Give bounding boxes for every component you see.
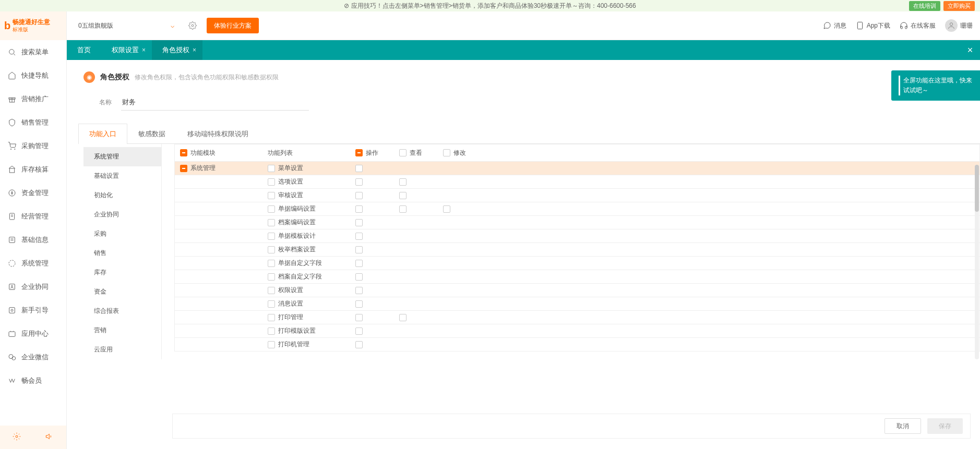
checkbox[interactable] xyxy=(268,341,275,348)
checkbox[interactable] xyxy=(399,192,407,199)
checkbox[interactable] xyxy=(268,205,275,213)
checkbox[interactable] xyxy=(399,205,407,213)
checkbox[interactable] xyxy=(268,314,275,321)
scrollbar-thumb[interactable] xyxy=(975,165,979,212)
footer-bar: 取消 保存 xyxy=(172,414,971,439)
tenant-select[interactable]: 0五组旗舰版 ⌵ xyxy=(74,18,178,33)
svg-rect-25 xyxy=(857,22,862,29)
checkbox[interactable] xyxy=(355,300,363,308)
nav-item-3[interactable]: 销售管理 xyxy=(0,111,66,134)
nav-item-7[interactable]: 经营管理 xyxy=(0,204,66,228)
checkbox[interactable] xyxy=(399,178,407,186)
logo-sub: 标准版 xyxy=(13,26,50,33)
tab-0[interactable]: 首页 xyxy=(67,40,101,60)
checkbox[interactable] xyxy=(355,219,363,226)
checkbox[interactable] xyxy=(268,273,275,281)
nav-item-1[interactable]: 快捷导航 xyxy=(0,64,66,87)
checkbox-all-op[interactable] xyxy=(355,149,363,156)
svg-point-21 xyxy=(9,354,13,358)
checkbox-all-view[interactable] xyxy=(399,149,407,156)
category-item-3[interactable]: 企业协同 xyxy=(83,205,161,224)
banner-btn-buy[interactable]: 立即购买 xyxy=(943,1,975,11)
nav-item-5[interactable]: 库存核算 xyxy=(0,157,66,181)
download-link[interactable]: App下载 xyxy=(856,21,890,30)
settings-icon[interactable] xyxy=(13,432,21,442)
checkbox[interactable] xyxy=(268,300,275,308)
nav-item-6[interactable]: 资金管理 xyxy=(0,181,66,204)
close-icon[interactable]: × xyxy=(193,46,196,54)
sound-icon[interactable] xyxy=(45,432,54,442)
checkbox[interactable] xyxy=(355,205,363,213)
category-item-5[interactable]: 销售 xyxy=(83,244,161,263)
cs-link[interactable]: 在线客服 xyxy=(900,21,936,30)
cancel-button[interactable]: 取消 xyxy=(885,418,921,434)
nav-item-10[interactable]: 企业协同 xyxy=(0,275,66,298)
inner-tab-1[interactable]: 敏感数据 xyxy=(127,124,176,144)
checkbox[interactable] xyxy=(443,205,450,213)
checkbox[interactable] xyxy=(355,314,363,321)
checkbox[interactable] xyxy=(355,273,363,281)
inner-tab-0[interactable]: 功能入口 xyxy=(78,124,127,144)
checkbox[interactable] xyxy=(355,165,363,172)
nav-item-14[interactable]: 畅会员 xyxy=(0,369,66,392)
message-link[interactable]: 消息 xyxy=(823,21,846,30)
svg-point-5 xyxy=(10,149,11,149)
checkbox[interactable] xyxy=(268,327,275,335)
category-item-4[interactable]: 采购 xyxy=(83,224,161,244)
svg-point-27 xyxy=(950,23,952,26)
industry-plan-button[interactable]: 体验行业方案 xyxy=(207,18,259,33)
nav-item-4[interactable]: 采购管理 xyxy=(0,134,66,157)
nav-item-11[interactable]: 新手引导 xyxy=(0,298,66,322)
clip-icon xyxy=(8,212,16,221)
close-all-tabs[interactable]: × xyxy=(960,40,980,60)
nav-item-9[interactable]: 系统管理 xyxy=(0,251,66,275)
table-row: 单据模板设计 xyxy=(174,229,980,243)
close-icon[interactable]: × xyxy=(142,46,146,54)
wechat-icon xyxy=(8,353,16,361)
checkbox[interactable] xyxy=(355,178,363,186)
checkbox[interactable] xyxy=(268,178,275,186)
tabbar: 首页权限设置×角色授权× × xyxy=(67,40,980,60)
category-item-6[interactable]: 库存 xyxy=(83,263,161,282)
banner-btn-training[interactable]: 在线培训 xyxy=(909,1,940,11)
category-item-0[interactable]: 系统管理 xyxy=(83,147,161,166)
gear-button[interactable] xyxy=(186,19,199,32)
checkbox[interactable] xyxy=(355,341,363,348)
checkbox-all-module[interactable] xyxy=(180,149,187,156)
checkbox[interactable] xyxy=(355,192,363,199)
nav-item-13[interactable]: 企业微信 xyxy=(0,345,66,369)
checkbox[interactable] xyxy=(268,287,275,294)
nav-item-8[interactable]: 基础信息 xyxy=(0,228,66,251)
checkbox[interactable] xyxy=(355,246,363,253)
nav-item-12[interactable]: 应用中心 xyxy=(0,322,66,345)
checkbox[interactable] xyxy=(399,314,407,321)
category-item-2[interactable]: 初始化 xyxy=(83,186,161,205)
checkbox[interactable] xyxy=(355,260,363,267)
user-menu[interactable]: 珊珊 xyxy=(945,19,973,32)
checkbox[interactable] xyxy=(268,233,275,240)
checkbox[interactable] xyxy=(268,219,275,226)
checkbox[interactable] xyxy=(268,260,275,267)
category-item-1[interactable]: 基础设置 xyxy=(83,166,161,186)
guide-icon xyxy=(8,306,16,314)
checkbox[interactable] xyxy=(268,192,275,199)
nav-item-0[interactable]: 搜索菜单 xyxy=(0,40,66,64)
category-item-8[interactable]: 综合报表 xyxy=(83,301,161,321)
category-item-7[interactable]: 资金 xyxy=(83,282,161,301)
logo-brand: 畅捷通好生意 xyxy=(13,18,50,26)
checkbox[interactable] xyxy=(355,287,363,294)
tab-2[interactable]: 角色授权× xyxy=(152,40,202,60)
checkbox[interactable] xyxy=(268,246,275,253)
tab-1[interactable]: 权限设置× xyxy=(101,40,152,60)
category-item-9[interactable]: 营销 xyxy=(83,321,161,340)
table-row: 单据自定义字段 xyxy=(174,257,980,270)
category-item-10[interactable]: 云应用 xyxy=(83,340,161,359)
nav-item-2[interactable]: 营销推广 xyxy=(0,87,66,111)
checkbox[interactable] xyxy=(355,233,363,240)
team-icon xyxy=(8,283,16,291)
checkbox[interactable] xyxy=(355,327,363,335)
inner-tab-2[interactable]: 移动端特殊权限说明 xyxy=(176,124,259,144)
checkbox-all-edit[interactable] xyxy=(443,149,450,156)
checkbox[interactable] xyxy=(180,165,187,172)
checkbox[interactable] xyxy=(268,165,275,172)
